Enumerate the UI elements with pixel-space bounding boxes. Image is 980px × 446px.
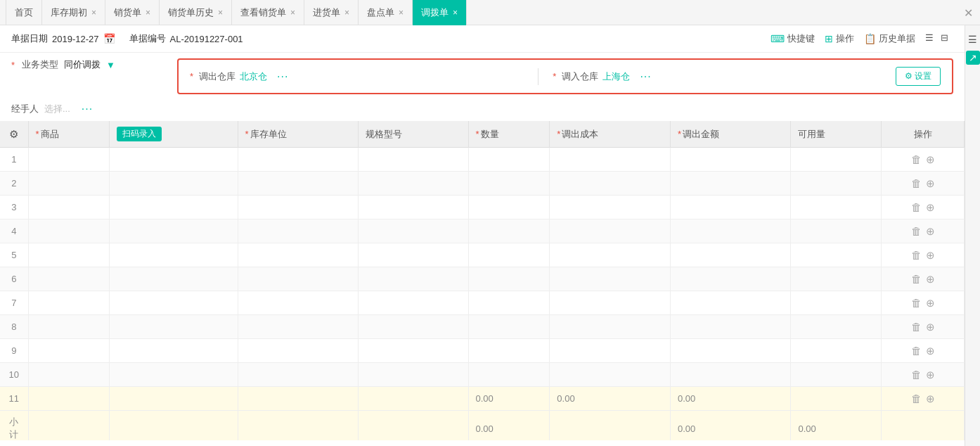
row-goods[interactable] xyxy=(28,339,110,363)
table-gear-button[interactable]: ⚙ xyxy=(9,128,18,141)
tab-sales-order[interactable]: 销货单 × xyxy=(105,0,160,25)
tab-home[interactable]: 首页 xyxy=(6,0,42,25)
row-unit[interactable] xyxy=(238,243,359,267)
row-amount[interactable] xyxy=(670,291,791,315)
row-goods[interactable] xyxy=(28,148,110,172)
delete-icon[interactable]: 🗑 xyxy=(911,153,922,165)
operate-action[interactable]: ⊞ 操作 xyxy=(825,32,854,45)
row-cost[interactable] xyxy=(550,315,671,339)
row-spec[interactable] xyxy=(359,363,468,387)
row-cost[interactable] xyxy=(550,267,671,291)
row-amount[interactable] xyxy=(670,196,791,219)
copy-icon[interactable]: ⊕ xyxy=(926,153,935,166)
window-close-button[interactable]: ✕ xyxy=(964,6,973,19)
sidebar-list-icon[interactable]: ☰ xyxy=(966,32,980,46)
handler-more-button[interactable]: ··· xyxy=(82,103,93,115)
row-unit[interactable] xyxy=(238,172,359,196)
copy-icon[interactable]: ⊕ xyxy=(926,321,935,333)
calendar-icon[interactable]: 📅 xyxy=(103,33,115,44)
row-amount[interactable] xyxy=(670,243,791,267)
row-qty[interactable] xyxy=(468,267,550,291)
tab-close-sales-order[interactable]: × xyxy=(146,8,150,18)
row-amount[interactable] xyxy=(670,172,791,196)
row-amount[interactable] xyxy=(670,363,791,387)
tab-view-sales[interactable]: 查看销货单 × xyxy=(232,0,304,25)
copy-icon[interactable]: ⊕ xyxy=(926,369,935,381)
tab-close-transfer[interactable]: × xyxy=(453,8,458,18)
row-spec[interactable] xyxy=(359,291,468,315)
layout-grid-icon[interactable]: ⊟ xyxy=(941,32,953,45)
row-goods[interactable] xyxy=(28,363,110,387)
warehouse-out-value[interactable]: 北京仓 xyxy=(240,70,267,83)
warehouse-settings-button[interactable]: ⚙ 设置 xyxy=(896,67,941,86)
delete-icon[interactable]: 🗑 xyxy=(911,177,922,189)
row-amount[interactable] xyxy=(670,339,791,363)
row-spec[interactable] xyxy=(359,148,468,172)
tab-close-initial-stock[interactable]: × xyxy=(91,8,96,18)
col-settings-header[interactable]: ⚙ xyxy=(0,121,28,148)
row-qty[interactable] xyxy=(468,243,550,267)
warehouse-in-value[interactable]: 上海仓 xyxy=(602,70,630,83)
warehouse-out-more-button[interactable]: ··· xyxy=(277,70,288,83)
row-unit[interactable] xyxy=(238,148,359,172)
copy-icon[interactable]: ⊕ xyxy=(926,297,935,310)
copy-icon[interactable]: ⊕ xyxy=(926,225,935,238)
history-action[interactable]: 📋 历史单据 xyxy=(864,32,915,45)
delete-icon[interactable]: 🗑 xyxy=(911,321,922,333)
row-goods[interactable] xyxy=(28,172,110,196)
tab-close-purchase-order[interactable]: × xyxy=(344,8,349,18)
tab-inventory[interactable]: 盘点单 × xyxy=(359,0,413,25)
row-unit[interactable] xyxy=(238,315,359,339)
copy-icon[interactable]: ⊕ xyxy=(926,177,935,190)
delete-icon[interactable]: 🗑 xyxy=(911,249,922,261)
row-qty[interactable] xyxy=(468,363,550,387)
row-amount[interactable] xyxy=(670,267,791,291)
row-unit[interactable] xyxy=(238,267,359,291)
row-goods[interactable] xyxy=(28,243,110,267)
row-goods[interactable] xyxy=(28,267,110,291)
tab-initial-stock[interactable]: 库存期初 × xyxy=(42,0,105,25)
row-unit[interactable] xyxy=(238,219,359,243)
row-spec[interactable] xyxy=(359,219,468,243)
warehouse-in-more-button[interactable]: ··· xyxy=(640,70,651,83)
delete-icon[interactable]: 🗑 xyxy=(911,273,922,285)
shortcut-action[interactable]: ⌨ 快捷键 xyxy=(771,32,815,45)
copy-icon[interactable]: ⊕ xyxy=(926,393,935,405)
copy-icon[interactable]: ⊕ xyxy=(926,249,935,262)
row-cost[interactable] xyxy=(550,243,671,267)
row-amount[interactable] xyxy=(670,315,791,339)
row-qty[interactable] xyxy=(468,196,550,219)
row-cost[interactable] xyxy=(550,291,671,315)
row-cost[interactable] xyxy=(550,148,671,172)
business-type-value[interactable]: 同价调拨 xyxy=(64,58,101,71)
row-spec[interactable] xyxy=(359,339,468,363)
row-spec[interactable] xyxy=(359,243,468,267)
row-spec[interactable] xyxy=(359,172,468,196)
row-unit[interactable] xyxy=(238,196,359,219)
table-wrapper[interactable]: ⚙ *商品 扫码录入 *库存单位 规格型号 *数量 xyxy=(0,121,965,440)
row-spec[interactable] xyxy=(359,196,468,219)
delete-icon[interactable]: 🗑 xyxy=(911,297,922,309)
row-cost[interactable] xyxy=(550,339,671,363)
delete-icon[interactable]: 🗑 xyxy=(911,393,922,404)
row-amount[interactable] xyxy=(670,148,791,172)
delete-icon[interactable]: 🗑 xyxy=(911,225,922,237)
tab-transfer[interactable]: 调拨单 × xyxy=(413,0,467,25)
tab-purchase-order[interactable]: 进货单 × xyxy=(304,0,359,25)
copy-icon[interactable]: ⊕ xyxy=(926,345,935,357)
row-cost[interactable] xyxy=(550,172,671,196)
row-unit[interactable] xyxy=(238,339,359,363)
row-qty[interactable] xyxy=(468,315,550,339)
tab-sales-history[interactable]: 销货单历史 × xyxy=(160,0,232,25)
sidebar-export-icon[interactable]: ↗ xyxy=(966,51,980,65)
copy-icon[interactable]: ⊕ xyxy=(926,273,935,286)
row-spec[interactable] xyxy=(359,315,468,339)
row-amount[interactable] xyxy=(670,219,791,243)
row-cost[interactable] xyxy=(550,363,671,387)
row-qty[interactable] xyxy=(468,219,550,243)
row-goods[interactable] xyxy=(28,291,110,315)
layout-list-icon[interactable]: ☰ xyxy=(925,32,938,45)
row-qty[interactable] xyxy=(468,148,550,172)
delete-icon[interactable]: 🗑 xyxy=(911,345,922,357)
business-type-dropdown-icon[interactable]: ▼ xyxy=(106,60,115,70)
